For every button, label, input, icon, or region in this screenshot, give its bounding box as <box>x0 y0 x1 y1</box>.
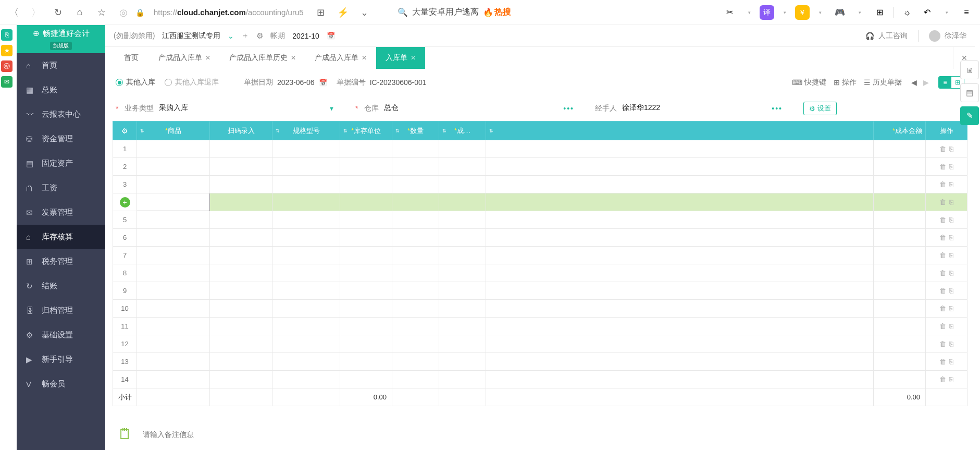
copy-icon[interactable]: ⎘ <box>949 180 953 188</box>
cell[interactable] <box>874 264 926 282</box>
tab-item-2[interactable]: 产成品入库单历史✕ <box>220 47 305 69</box>
settings-button[interactable]: ⚙设置 <box>803 102 837 115</box>
cell[interactable] <box>210 264 272 282</box>
tab-home[interactable]: 首页 <box>114 47 149 69</box>
cell[interactable] <box>210 247 272 264</box>
cell[interactable] <box>210 371 272 388</box>
org-dropdown-icon[interactable]: ⌄ <box>228 32 234 40</box>
cell[interactable] <box>210 211 272 229</box>
nav-home[interactable]: ⌂ <box>70 3 90 22</box>
radio-other-return[interactable]: 其他入库退库 <box>165 78 219 87</box>
cell[interactable] <box>874 335 926 353</box>
ext-dropdown-3[interactable]: ▾ <box>811 3 829 22</box>
table-row[interactable]: 14🗑⎘ <box>113 371 967 388</box>
cell[interactable] <box>486 229 874 247</box>
ext-dropdown-4[interactable]: ▾ <box>850 3 869 22</box>
cell[interactable] <box>392 176 439 193</box>
cell[interactable] <box>340 247 392 264</box>
table-row[interactable]: 11🗑⎘ <box>113 318 967 335</box>
copy-icon[interactable]: ⎘ <box>949 340 953 348</box>
cell[interactable] <box>137 318 210 335</box>
cell[interactable] <box>272 211 340 229</box>
cell[interactable] <box>486 318 874 335</box>
cell[interactable] <box>137 247 210 264</box>
sidebar-item-reports[interactable]: 〰云报表中心 <box>17 102 105 127</box>
gear-button[interactable]: ⚙ <box>256 31 263 41</box>
delete-icon[interactable]: 🗑 <box>939 251 946 259</box>
table-row[interactable]: 6🗑⎘ <box>113 229 967 247</box>
copy-icon[interactable]: ⎘ <box>949 375 953 383</box>
cell[interactable] <box>486 371 874 388</box>
cell[interactable] <box>392 193 439 211</box>
cell[interactable] <box>137 300 210 318</box>
cell[interactable] <box>874 300 926 318</box>
copy-icon[interactable]: ⎘ <box>949 358 953 366</box>
cell[interactable] <box>340 371 392 388</box>
shortcut-link[interactable]: ⌨快捷键 <box>792 78 826 87</box>
sidebar-item-settings[interactable]: ⚙基础设置 <box>17 323 105 347</box>
sidebar-item-member[interactable]: V畅会员 <box>17 372 105 396</box>
cell[interactable] <box>210 158 272 176</box>
cell[interactable] <box>874 193 926 211</box>
cell[interactable] <box>272 140 340 158</box>
cell[interactable] <box>392 282 439 300</box>
delete-icon[interactable]: 🗑 <box>939 269 946 277</box>
copy-icon[interactable]: ⎘ <box>949 251 953 259</box>
operate-link[interactable]: ⊞操作 <box>834 78 857 87</box>
cell[interactable] <box>272 193 340 211</box>
biztype-value[interactable]: 采购入库 <box>159 103 324 114</box>
cell[interactable] <box>272 371 340 388</box>
nav-reload[interactable]: ↻ <box>48 3 68 22</box>
cell[interactable] <box>874 353 926 371</box>
delete-icon[interactable]: 🗑 <box>939 287 946 295</box>
copy-icon[interactable]: ⎘ <box>949 305 953 312</box>
cell[interactable] <box>137 353 210 371</box>
cell[interactable] <box>137 158 210 176</box>
cell[interactable] <box>137 140 210 158</box>
search-hint[interactable]: 大量安卓用户逃离 <box>412 7 479 18</box>
os-chip-3[interactable]: ⓦ <box>1 60 13 72</box>
th-product[interactable]: ⇅*商品 <box>137 121 210 140</box>
cell[interactable] <box>874 282 926 300</box>
handler-value[interactable]: 徐泽华1222 <box>622 103 766 114</box>
calendar-icon[interactable]: 📅 <box>327 32 335 40</box>
table-row[interactable]: 10🗑⎘ <box>113 300 967 318</box>
cell[interactable] <box>486 211 874 229</box>
th-cost[interactable]: ⇅*成… <box>439 121 486 140</box>
delete-icon[interactable]: 🗑 <box>939 163 946 171</box>
sidebar-item-salary[interactable]: ⛫工资 <box>17 176 105 200</box>
cell[interactable] <box>439 335 486 353</box>
rail-edit[interactable]: ✎ <box>960 106 979 125</box>
ext-dropdown-2[interactable]: ▾ <box>775 3 794 22</box>
cell[interactable] <box>340 300 392 318</box>
cell[interactable] <box>874 318 926 335</box>
delete-icon[interactable]: 🗑 <box>939 145 946 153</box>
cell[interactable] <box>486 158 874 176</box>
cell[interactable] <box>439 229 486 247</box>
sidebar-item-inventory[interactable]: ⌂库存核算 <box>17 225 105 249</box>
cell[interactable] <box>137 229 210 247</box>
cell[interactable] <box>874 371 926 388</box>
os-chip-1[interactable]: ⎘ <box>1 29 13 41</box>
game-icon[interactable]: 🎮 <box>830 3 849 22</box>
cell[interactable] <box>210 300 272 318</box>
cell[interactable] <box>272 353 340 371</box>
ext-dropdown-5[interactable]: ▾ <box>937 3 956 22</box>
cell[interactable] <box>392 247 439 264</box>
next-doc[interactable]: ▶ <box>921 77 931 88</box>
close-icon[interactable]: ✕ <box>362 54 367 62</box>
qr-icon[interactable]: ⊞ <box>311 3 331 22</box>
th-blank[interactable]: ⇅ <box>486 121 874 140</box>
cell[interactable] <box>272 176 340 193</box>
cell[interactable] <box>486 300 874 318</box>
nav-back[interactable]: 〈 <box>4 3 24 22</box>
cell[interactable] <box>210 193 272 211</box>
tab-item-3[interactable]: 产成品入库单✕ <box>305 47 376 69</box>
table-row[interactable]: 13🗑⎘ <box>113 353 967 371</box>
nav-forward[interactable]: 〉 <box>26 3 46 22</box>
delete-icon[interactable]: 🗑 <box>939 180 946 188</box>
close-icon[interactable]: ✕ <box>291 54 296 62</box>
cell[interactable] <box>137 335 210 353</box>
cell[interactable] <box>439 158 486 176</box>
cell[interactable] <box>874 158 926 176</box>
